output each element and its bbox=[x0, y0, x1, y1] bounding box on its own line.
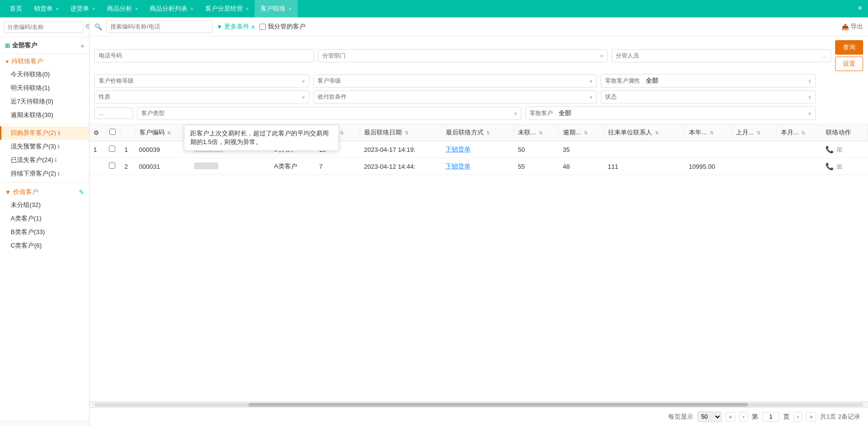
value-section-title[interactable]: ▼ 价值客户 ✎ bbox=[0, 185, 89, 198]
nav-purchase-close[interactable]: × bbox=[92, 6, 95, 12]
retail-attr-field[interactable]: 零散客户属性 全部 ∨ bbox=[601, 74, 816, 88]
pending-triangle-icon: ▼ bbox=[5, 59, 10, 64]
scrollbar-thumb[interactable] bbox=[248, 403, 748, 407]
nav-customer-contact-close[interactable]: × bbox=[289, 6, 291, 12]
row2-checkbox[interactable] bbox=[105, 158, 121, 175]
nav-customer-tier-close[interactable]: × bbox=[246, 6, 249, 12]
next-page-button[interactable]: › bbox=[793, 412, 802, 422]
customer-level-field[interactable]: 客户等级 ∨ bbox=[313, 74, 597, 88]
manager-field[interactable]: 分管人员 ... bbox=[611, 49, 831, 62]
payment-field[interactable]: 收付款条件 ∨ bbox=[313, 90, 597, 103]
more-field[interactable]: ... bbox=[94, 107, 133, 119]
col-last-month[interactable]: 上月... ⇅ bbox=[732, 124, 777, 141]
window-close-button[interactable]: × bbox=[858, 4, 862, 13]
phone-field[interactable]: 电话号码 bbox=[94, 49, 314, 62]
row2-company-contact: 111 bbox=[604, 158, 685, 175]
row1-more-icon[interactable]: ⊞ bbox=[837, 146, 842, 153]
sidebar-item-overdue[interactable]: 逾期未联络(30) bbox=[0, 108, 89, 122]
row2-method-link[interactable]: 下销货单 bbox=[445, 162, 471, 170]
col-overdue[interactable]: 逾期... ⇅ bbox=[559, 124, 604, 141]
value-triangle-icon: ▼ bbox=[5, 189, 11, 196]
last-page-button[interactable]: » bbox=[806, 412, 816, 422]
nav-customer-tier[interactable]: 客户分层经营 × bbox=[199, 0, 255, 17]
page-size-select[interactable]: 50 100 200 bbox=[697, 411, 722, 422]
gender-field[interactable]: 性质 ∨ bbox=[94, 90, 309, 103]
sidebar-collapse-button[interactable]: « bbox=[81, 42, 84, 49]
customer-type-field[interactable]: 客户类型 ∨ bbox=[137, 107, 521, 120]
my-customers-checkbox[interactable] bbox=[259, 24, 266, 30]
col-settings[interactable]: ⚙ bbox=[90, 124, 105, 141]
sidebar-item-b-class[interactable]: B类客户(33) bbox=[0, 225, 89, 239]
nav-home[interactable]: 首页 bbox=[4, 0, 28, 17]
row2-select[interactable] bbox=[109, 162, 115, 169]
col-this-month[interactable]: 本月... ⇅ bbox=[777, 124, 822, 141]
row1-method-link[interactable]: 下销货单 bbox=[445, 146, 471, 153]
sidebar-item-c-class[interactable]: C类客户(6) bbox=[0, 239, 89, 252]
pending-section-title[interactable]: ▼ 待联络客户 bbox=[0, 54, 89, 68]
sidebar-item-declining[interactable]: 持续下滑客户(2) ℹ bbox=[0, 167, 89, 180]
export-button[interactable]: 📤 导出 bbox=[841, 22, 863, 31]
nav-home-label: 首页 bbox=[10, 4, 22, 13]
row2-phone-icon[interactable]: 📞 bbox=[825, 162, 834, 170]
page-input[interactable] bbox=[762, 412, 779, 422]
nav-sales-close[interactable]: × bbox=[56, 6, 59, 12]
branch-field[interactable]: 分管部门 ∨ bbox=[318, 49, 608, 62]
col-uncontacted[interactable]: 未联... ⇅ bbox=[514, 124, 559, 141]
top-nav: 首页 销货单 × 进货单 × 商品分析 × 商品分析列表 × 客户分层经营 × … bbox=[0, 0, 868, 17]
value-edit-icon[interactable]: ✎ bbox=[79, 189, 84, 196]
col-last-method[interactable]: 最后联络方式 ⇅ bbox=[442, 124, 514, 141]
retail-customer-field[interactable]: 零散客户 全部 ∨ bbox=[525, 106, 816, 120]
prev-page-button[interactable]: ‹ bbox=[739, 412, 748, 422]
customer-price-field[interactable]: 客户价格等级 ∨ bbox=[94, 74, 309, 88]
scrollbar-track bbox=[94, 403, 863, 407]
retail-customer-dropdown-icon: ∨ bbox=[808, 111, 811, 116]
horizontal-scrollbar[interactable] bbox=[90, 401, 868, 407]
sidebar-item-ungrouped[interactable]: 未分组(32) bbox=[0, 198, 89, 212]
query-button[interactable]: 查询 bbox=[835, 40, 863, 55]
row1-phone-icon[interactable]: 📞 bbox=[825, 146, 834, 153]
select-all-checkbox[interactable] bbox=[109, 129, 116, 135]
setting-button[interactable]: 设置 bbox=[835, 57, 863, 71]
col-company-contact[interactable]: 往来单位联系人 ⇅ bbox=[604, 124, 685, 141]
row1-last-method[interactable]: 下销货单 bbox=[442, 141, 514, 158]
nav-product-analysis[interactable]: 商品分析 × bbox=[101, 0, 144, 17]
col-action: 联络动作 bbox=[822, 124, 868, 141]
filter-search-input[interactable] bbox=[106, 20, 213, 33]
status-field[interactable]: 状态 ∨ bbox=[601, 90, 816, 103]
col-checkbox[interactable] bbox=[105, 124, 121, 141]
sidebar-item-tomorrow-pending[interactable]: 明天待联络(1) bbox=[0, 81, 89, 95]
pagination-bar: 每页显示 50 100 200 « ‹ 第 页 › » 共1页 2条记录 bbox=[90, 407, 868, 426]
row2-last-method[interactable]: 下销货单 bbox=[442, 158, 514, 175]
sidebar-item-churned[interactable]: 已流失客户(24) ℹ bbox=[0, 153, 89, 167]
data-table-wrapper[interactable]: ⚙ 客户编码 ⇅ 客户名称 ⇅ bbox=[90, 124, 868, 401]
nav-sales[interactable]: 销货单 × bbox=[28, 0, 64, 17]
nav-purchase[interactable]: 进货单 × bbox=[64, 0, 101, 17]
nav-product-list-close[interactable]: × bbox=[190, 6, 193, 12]
col-this-year[interactable]: 本年... ⇅ bbox=[685, 124, 732, 141]
nav-product-list[interactable]: 商品分析列表 × bbox=[144, 0, 199, 17]
info-icon-4: ℹ bbox=[58, 171, 60, 176]
sidebar-item-a-class[interactable]: A类客户(1) bbox=[0, 212, 89, 225]
nav-customer-contact[interactable]: 客户联络 × bbox=[255, 0, 297, 17]
table-row: 2 000031 A类客户 7 2023-04-12 14:44: 下销货单 5… bbox=[90, 158, 868, 175]
col-last-date[interactable]: 最后联络日期 ⇅ bbox=[360, 124, 442, 141]
row1-checkbox[interactable] bbox=[105, 141, 121, 158]
nav-product-analysis-close[interactable]: × bbox=[135, 6, 138, 12]
my-customers-filter[interactable]: 我分管的客户 bbox=[259, 22, 305, 31]
sidebar-item-repurchase-abnormal[interactable]: 回购异常客户(2) ℹ bbox=[0, 126, 89, 140]
sidebar-item-today-pending[interactable]: 今天待联络(0) bbox=[0, 68, 89, 81]
row1-select[interactable] bbox=[109, 146, 115, 152]
sidebar-search-button[interactable]: 🔍 bbox=[85, 24, 90, 31]
payment-label: 收付款条件 bbox=[318, 93, 347, 101]
sidebar-search-input[interactable] bbox=[4, 21, 83, 33]
filter-more-button[interactable]: ▼ 更多条件 ∧ bbox=[216, 22, 256, 31]
sidebar: 🔍 ⊞ 全部客户 « ▼ 待联络客户 今天待联络(0) 明天待联络(1) 近7天… bbox=[0, 17, 90, 426]
first-page-button[interactable]: « bbox=[726, 412, 736, 422]
row2-more-icon[interactable]: ⊞ bbox=[837, 162, 842, 170]
sidebar-item-7day-pending[interactable]: 近7天待联络(0) bbox=[0, 95, 89, 108]
sidebar-item-churn-warning[interactable]: 流失预警客户(3) ℹ bbox=[0, 140, 89, 153]
settings-icon[interactable]: ⚙ bbox=[93, 129, 99, 136]
sidebar-all-customers-header: ⊞ 全部客户 « bbox=[0, 37, 89, 54]
export-icon: 📤 bbox=[841, 23, 849, 30]
col-code[interactable]: 客户编码 ⇅ bbox=[135, 124, 190, 141]
